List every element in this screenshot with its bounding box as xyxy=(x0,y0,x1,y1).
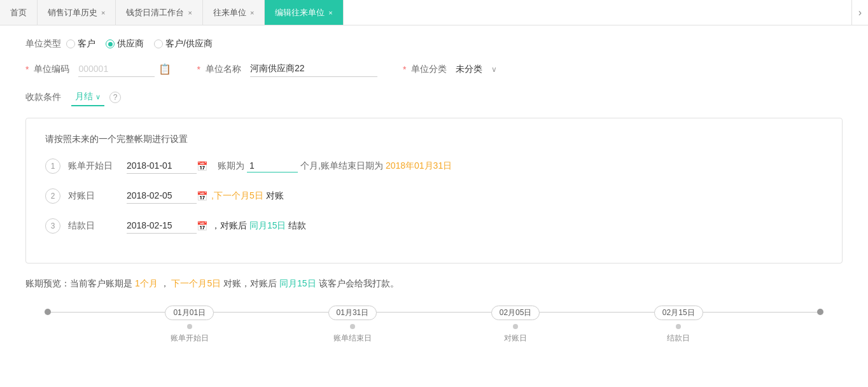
timeline-badge-1: 01月01日 xyxy=(165,306,214,320)
tab-cash-work-label: 钱货日清工作台 xyxy=(126,7,184,18)
timeline-dot-4 xyxy=(676,324,681,329)
timeline-point-2: 01月31日 账单结束日 xyxy=(328,306,377,344)
summary-part3: 同月15日 xyxy=(279,278,316,288)
tab-bar: 首页 销售订单历史 × 钱货日清工作台 × 往来单位 × 编辑往来单位 × › xyxy=(0,0,868,25)
step-1-calendar-icon[interactable]: 📅 xyxy=(197,161,207,171)
timeline-end-circle xyxy=(817,309,823,315)
timeline-start-dot xyxy=(45,306,51,315)
step-3-date-input[interactable] xyxy=(127,218,197,234)
tab-home[interactable]: 首页 xyxy=(0,0,38,25)
summary-prefix: 账期预览：当前客户账期是 xyxy=(25,278,132,288)
radio-customer-circle xyxy=(66,39,75,48)
payment-condition-row: 收款条件 月结 ∨ ? xyxy=(25,88,843,106)
timeline-end-dot xyxy=(817,306,823,315)
payment-condition-label: 收款条件 xyxy=(25,92,61,103)
step-2-row: 2 对账日 📅 ,下一个月5日 对账 xyxy=(45,188,823,204)
radio-supplier[interactable]: 供应商 xyxy=(106,38,144,50)
tab-more-button[interactable]: › xyxy=(851,0,868,25)
unit-code-icon[interactable]: 📋 xyxy=(158,63,171,75)
radio-customer[interactable]: 客户 xyxy=(66,38,95,50)
tab-sales-history-label: 销售订单历史 xyxy=(48,7,97,18)
timeline-badge-2: 01月31日 xyxy=(328,306,377,320)
timeline-dot-1 xyxy=(187,324,192,329)
step-1-period-end: 2018年01月31日 xyxy=(386,160,452,172)
timeline-points: 01月01日 账单开始日 01月31日 账单结束日 02月05日 对账日 02月… xyxy=(45,306,823,344)
timeline-label-2: 账单结束日 xyxy=(333,333,372,344)
step-3-prefix: ，对账后 xyxy=(211,220,249,232)
step-2-calendar-icon[interactable]: 📅 xyxy=(197,191,207,201)
unit-type-label: 单位类型 xyxy=(25,38,61,50)
step-3-suffix: 结款 xyxy=(286,220,306,232)
timeline-point-4: 02月15日 结款日 xyxy=(654,306,703,344)
unit-category-value: 未分类 xyxy=(456,64,482,75)
step-1-row: 1 账单开始日 📅 账期为 个月,账单结束日期为 2018年01月31日 xyxy=(45,158,823,174)
unit-category-group: * 单位分类 未分类 ∨ xyxy=(403,64,497,75)
tab-sales-history-close[interactable]: × xyxy=(101,9,105,17)
unit-fields-row: * 单位编码 📋 * 单位名称 * 单位分类 未分类 ∨ xyxy=(25,61,843,77)
unit-type-radio-group: 客户 供应商 客户/供应商 xyxy=(66,38,213,50)
tab-home-label: 首页 xyxy=(10,7,27,18)
timeline-point-3: 02月05日 对账日 xyxy=(491,306,540,344)
radio-supplier-label: 供应商 xyxy=(117,38,144,50)
unit-code-input[interactable] xyxy=(78,61,155,77)
timeline-container: 01月01日 账单开始日 01月31日 账单结束日 02月05日 对账日 02月… xyxy=(25,306,843,344)
unit-category-star: * xyxy=(403,64,406,74)
unit-name-group: * 单位名称 xyxy=(197,61,377,77)
tab-edit-partner-label: 编辑往来单位 xyxy=(275,7,325,18)
unit-type-row: 单位类型 客户 供应商 客户/供应商 xyxy=(25,38,843,50)
step-2-orange-part: ,下一个月5日 xyxy=(211,190,263,202)
tab-partner[interactable]: 往来单位 × xyxy=(203,0,265,25)
radio-both-circle xyxy=(154,39,163,48)
step-2-date-input[interactable] xyxy=(127,188,197,204)
radio-both-label: 客户/供应商 xyxy=(165,38,213,50)
step-1-label: 账单开始日 xyxy=(68,160,119,172)
step-3-teal-part: 同月15日 xyxy=(249,220,286,232)
timeline-dot-2 xyxy=(350,324,355,329)
tab-cash-work[interactable]: 钱货日清工作台 × xyxy=(116,0,202,25)
unit-category-label: 单位分类 xyxy=(411,64,447,75)
timeline-label-4: 结款日 xyxy=(667,333,690,344)
tab-partner-label: 往来单位 xyxy=(213,7,246,18)
timeline-start-circle xyxy=(45,309,51,315)
tab-edit-partner[interactable]: 编辑往来单位 × xyxy=(265,0,343,25)
main-content: 单位类型 客户 供应商 客户/供应商 * 单位编码 📋 * 单位名称 xyxy=(0,25,868,387)
radio-both[interactable]: 客户/供应商 xyxy=(154,38,213,50)
timeline-badge-3: 02月05日 xyxy=(491,306,540,320)
tab-cash-work-close[interactable]: × xyxy=(188,9,192,17)
unit-name-label: 单位名称 xyxy=(206,64,241,75)
summary-part2: 下一个月5日 xyxy=(171,278,221,288)
summary-sep2: 对账，对账后 xyxy=(223,278,277,288)
timeline-point-1: 01月01日 账单开始日 xyxy=(165,306,214,344)
unit-name-input[interactable] xyxy=(250,61,377,77)
timeline-label-3: 对账日 xyxy=(504,333,527,344)
step-1-period-unit: 个月,账单结束日期为 xyxy=(300,160,383,172)
payment-condition-value: 月结 xyxy=(75,91,93,102)
radio-supplier-circle xyxy=(106,39,115,48)
tab-edit-partner-close[interactable]: × xyxy=(328,9,332,17)
step-3-calendar-icon[interactable]: 📅 xyxy=(197,221,207,231)
summary-sep1: ， xyxy=(160,278,169,288)
radio-customer-label: 客户 xyxy=(78,38,95,50)
payment-condition-chevron: ∨ xyxy=(95,93,101,101)
timeline-label-1: 账单开始日 xyxy=(171,333,209,344)
step-1-period-input[interactable] xyxy=(247,159,298,172)
summary-part1: 1个月 xyxy=(135,278,158,288)
summary-text: 账期预览：当前客户账期是 1个月 ， 下一个月5日 对账，对账后 同月15日 该… xyxy=(25,276,843,290)
unit-code-star: * xyxy=(25,64,29,74)
step-2-num: 2 xyxy=(45,188,60,204)
timeline-dot-3 xyxy=(513,324,518,329)
payment-condition-dropdown[interactable]: 月结 ∨ xyxy=(71,88,104,106)
tab-partner-close[interactable]: × xyxy=(250,9,254,17)
unit-category-dropdown-icon[interactable]: ∨ xyxy=(491,65,497,74)
payment-help-icon[interactable]: ? xyxy=(109,92,121,103)
step-1-date-input[interactable] xyxy=(127,158,197,174)
step-3-label: 结款日 xyxy=(68,220,119,232)
unit-code-group: * 单位编码 📋 xyxy=(25,61,171,77)
tab-sales-history[interactable]: 销售订单历史 × xyxy=(38,0,116,25)
step-2-normal-part: 对账 xyxy=(263,190,284,202)
unit-code-label: 单位编码 xyxy=(34,64,69,75)
step-3-row: 3 结款日 📅 ，对账后 同月15日 结款 xyxy=(45,218,823,234)
step-1-mid-label: 账期为 xyxy=(218,160,244,172)
unit-name-star: * xyxy=(197,64,200,74)
settings-panel: 请按照未来的一个完整帐期进行设置 1 账单开始日 📅 账期为 个月,账单结束日期… xyxy=(25,118,843,264)
